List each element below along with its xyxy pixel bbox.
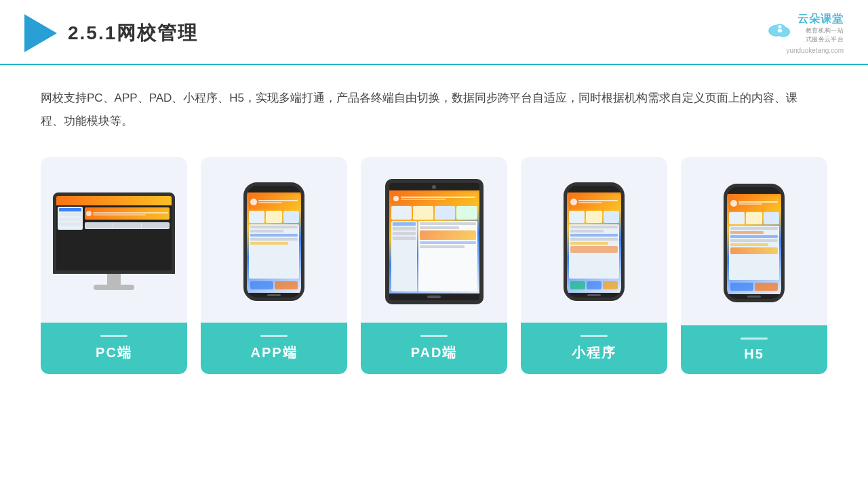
app-mock-screen [247,192,301,293]
pc-mock-screen [56,196,172,270]
description-text: 网校支持PC、APP、PAD、小程序、H5，实现多端打通，产品各终端自由切换，数… [41,87,814,133]
brand-sub: 教育机构一站 式服务云平台 [797,26,844,44]
h5-image-area [681,157,827,325]
h5-home [747,296,761,298]
app-image-area [201,157,347,323]
pc-image-area [41,157,187,323]
h5-phone-icon [724,184,785,302]
app-label: APP端 [201,323,347,374]
tablet-home-btn [427,296,441,298]
brand-url: yunduoketang.com [786,47,844,54]
monitor-neck [107,274,121,285]
brand-logo: 云朵课堂 教育机构一站 式服务云平台 [766,12,844,44]
pc-monitor-icon [53,192,175,290]
tablet-camera [432,185,436,189]
brand-name: 云朵课堂 [797,12,844,26]
svg-point-6 [778,25,782,28]
pad-tablet-icon [385,179,484,304]
mini-mock-screen [567,192,621,293]
card-pc: PC端 [41,157,187,374]
mini-image-area [521,157,667,323]
cloud-icon [766,19,793,38]
logo-triangle-icon [24,14,57,52]
page-title: 2.5.1网校管理 [68,20,198,46]
pad-label: PAD端 [361,323,507,374]
brand-name-text: 云朵课堂 教育机构一站 式服务云平台 [797,12,844,44]
card-h5: H5 [681,157,827,374]
pad-mock-screen [389,190,479,293]
pc-label: PC端 [41,323,187,374]
pad-image-area [361,157,507,323]
mini-home [587,294,601,296]
h5-mock-screen [727,194,781,294]
mini-notch [583,186,606,192]
header-left: 2.5.1网校管理 [24,14,198,52]
monitor-base [94,285,134,290]
card-pad: PAD端 [361,157,507,374]
svg-point-7 [778,28,783,32]
app-phone-icon [243,182,304,301]
page-header: 2.5.1网校管理 云朵课堂 教育机构一站 式服务云平台 [0,0,868,65]
mini-label: 小程序 [521,323,667,374]
card-mini: 小程序 [521,157,667,374]
phone-notch [262,186,286,192]
cards-row: PC端 [41,157,827,374]
h5-label: H5 [681,325,827,374]
h5-notch [743,187,766,194]
main-content: 网校支持PC、APP、PAD、小程序、H5，实现多端打通，产品各终端自由切换，数… [0,65,868,393]
brand-block: 云朵课堂 教育机构一站 式服务云平台 yunduoketang.com [766,12,844,54]
mini-phone-icon [564,182,625,301]
card-app: APP端 [201,157,347,374]
monitor-frame [53,192,175,274]
phone-home [267,294,281,296]
